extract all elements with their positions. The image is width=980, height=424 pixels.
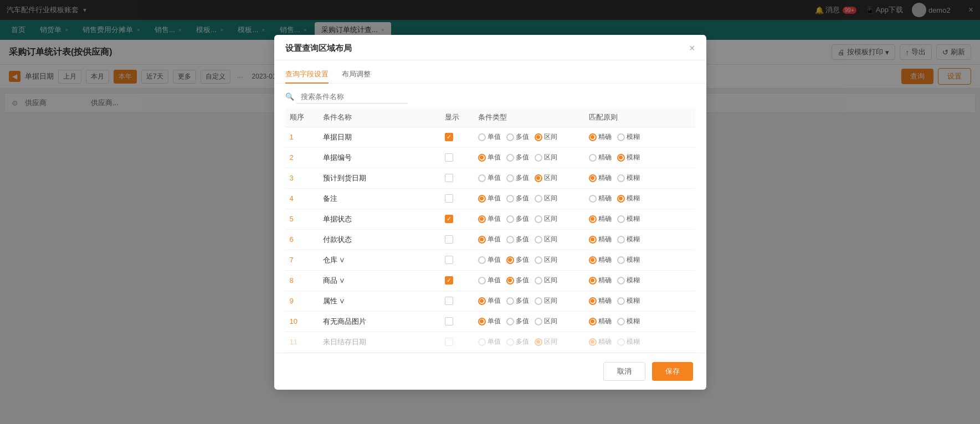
modal-tabs: 查询字段设置 布局调整 (274, 60, 706, 84)
col-head-display: 显示 (440, 112, 474, 118)
modal-search-input[interactable] (296, 90, 407, 104)
settings-modal: 设置查询区域布局 × 查询字段设置 布局调整 🔍 顺序 条件名称 显示 条件类型 (274, 35, 706, 118)
tab-layout-label: 布局调整 (342, 70, 371, 78)
modal-search-bar: 🔍 (274, 84, 706, 108)
col-head-type: 条件类型 (474, 112, 584, 118)
modal-table-header: 顺序 条件名称 显示 条件类型 匹配原则 (285, 108, 695, 118)
col-head-order: 顺序 (285, 112, 319, 118)
modal-title: 设置查询区域布局 (285, 43, 352, 54)
modal-overlay: 设置查询区域布局 × 查询字段设置 布局调整 🔍 顺序 条件名称 显示 条件类型 (0, 0, 980, 118)
col-head-name: 条件名称 (319, 112, 440, 118)
col-head-match: 匹配原则 (584, 112, 695, 118)
modal-table: 顺序 条件名称 显示 条件类型 匹配原则 1单据日期单值多值区间精确模糊2单据编… (274, 108, 706, 118)
modal-search-icon: 🔍 (285, 92, 294, 101)
tab-fields[interactable]: 查询字段设置 (285, 66, 329, 84)
tab-layout[interactable]: 布局调整 (342, 66, 371, 84)
tab-fields-label: 查询字段设置 (285, 70, 329, 78)
modal-close-btn[interactable]: × (689, 43, 695, 54)
modal-header: 设置查询区域布局 × (274, 35, 706, 60)
